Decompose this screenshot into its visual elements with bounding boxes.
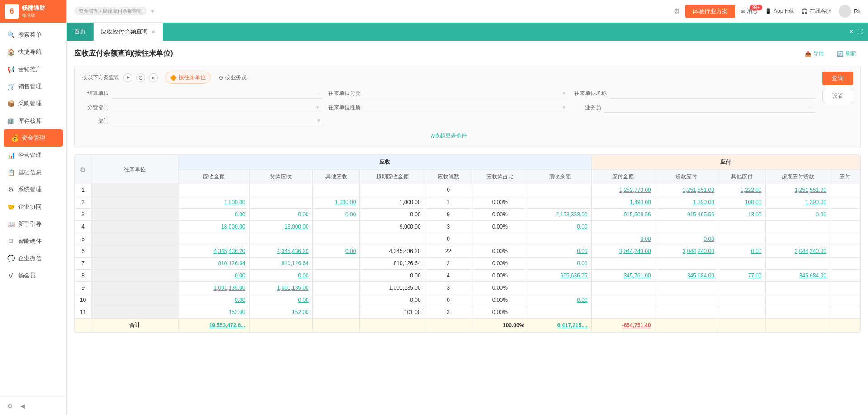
table-cell[interactable]: 0.00 xyxy=(718,245,765,258)
table-cell[interactable]: 0.00 xyxy=(312,245,360,258)
table-cell[interactable]: 18,000.00 xyxy=(249,221,312,233)
table-cell[interactable]: 152.00 xyxy=(249,306,312,319)
table-setting-icon[interactable]: ⚙ xyxy=(80,166,86,173)
total-ar-prepay[interactable]: 6,417,215.... xyxy=(528,319,591,332)
table-cell[interactable]: 345,684.00 xyxy=(655,270,718,282)
filter-settings-button[interactable]: ⊙ xyxy=(136,73,145,82)
settings-icon[interactable]: ⚙ xyxy=(7,402,13,410)
sidebar-item-guide[interactable]: 📖 新手引导 xyxy=(0,215,66,233)
table-cell[interactable]: 810,126.64 xyxy=(249,258,312,270)
app-download-button[interactable]: 📱 App下载 xyxy=(765,7,794,15)
tab-home[interactable]: 首页 xyxy=(67,23,94,41)
sidebar-item-search-menu[interactable]: 🔍 搜索菜单 xyxy=(0,26,66,43)
collapse-conditions-button[interactable]: ∧ 收起更多条件 xyxy=(82,129,815,142)
dept-select[interactable]: ▼ xyxy=(112,103,323,112)
unit-nature-select[interactable]: ▼ xyxy=(363,103,569,112)
tab-ar-ap[interactable]: 应收应付余额查询 ✕ xyxy=(94,23,163,41)
table-cell[interactable]: 915,508.56 xyxy=(591,209,655,221)
table-cell[interactable]: 4,345,436.20 xyxy=(179,245,249,258)
table-cell[interactable]: 0.00 xyxy=(249,270,312,282)
sidebar-item-purchase[interactable]: 📦 采购管理 xyxy=(0,95,66,112)
sidebar-item-funds[interactable]: 💰 资金管理 xyxy=(4,129,63,147)
table-cell[interactable]: 0.00 xyxy=(591,233,655,245)
table-cell[interactable]: 77.00 xyxy=(718,270,765,282)
table-cell[interactable]: 1,222.00 xyxy=(718,184,765,196)
table-cell[interactable]: 4,345,436.20 xyxy=(249,245,312,258)
filter-add-button[interactable]: + xyxy=(123,73,132,82)
table-cell[interactable]: 0.00 xyxy=(765,209,830,221)
settlement-input[interactable]: ··· xyxy=(112,88,323,99)
expand-icon[interactable]: ⛶ xyxy=(857,29,863,35)
table-cell xyxy=(528,196,591,209)
subdept-select[interactable]: ▼ xyxy=(112,116,324,125)
table-cell[interactable]: 1,251,551.00 xyxy=(655,184,718,196)
tab-close-icon[interactable]: ✕ xyxy=(151,29,155,34)
sidebar-item-operations[interactable]: 📊 经营管理 xyxy=(0,147,66,164)
table-cell[interactable]: 1,000.00 xyxy=(179,196,249,209)
table-cell[interactable]: 1,001,135.00 xyxy=(249,282,312,294)
table-cell[interactable]: 3,044,240.00 xyxy=(655,245,718,258)
table-cell[interactable]: 0.00 xyxy=(249,209,312,221)
export-button[interactable]: 📤 导出 xyxy=(800,48,829,59)
table-cell[interactable]: 152.00 xyxy=(179,306,249,319)
table-cell[interactable]: 0.00 xyxy=(528,294,591,306)
table-cell[interactable]: 0.00 xyxy=(179,270,249,282)
sidebar-item-hardware[interactable]: 🖥 智能硬件 xyxy=(0,233,66,250)
filter-collapse-button[interactable]: « xyxy=(149,73,158,82)
table-cell[interactable]: 0.00 xyxy=(249,294,312,306)
sidebar-item-sales[interactable]: 🛒 销售管理 xyxy=(0,78,66,95)
online-service-button[interactable]: 🎧 在线客服 xyxy=(801,7,831,15)
scheme-by-staff[interactable]: ⊙ 按业务员 xyxy=(214,72,251,83)
table-cell[interactable]: 13.00 xyxy=(718,209,765,221)
table-cell[interactable]: 1,001,135.00 xyxy=(179,282,249,294)
sidebar-item-marketing[interactable]: 📢 营销推广 xyxy=(0,61,66,78)
table-cell[interactable]: 1,000.00 xyxy=(312,196,360,209)
total-ap-amount[interactable]: -654,751.40 xyxy=(591,319,655,332)
table-cell[interactable]: 0.00 xyxy=(528,221,591,233)
messages-button[interactable]: ✉ 消息 99+ xyxy=(741,7,758,15)
salesperson-input[interactable]: ··· xyxy=(604,102,815,113)
table-cell[interactable]: 810,126.64 xyxy=(179,258,249,270)
table-cell[interactable]: 0.00 xyxy=(312,209,360,221)
sidebar-item-wechat[interactable]: 💬 企业微信 xyxy=(0,250,66,267)
unit-name-input[interactable] xyxy=(609,88,815,99)
table-cell xyxy=(472,184,528,196)
close-window-icon[interactable]: ✕ xyxy=(849,29,854,35)
gear-icon[interactable]: ⚙ xyxy=(674,7,680,15)
table-cell[interactable]: 655,636.75 xyxy=(528,270,591,282)
table-cell[interactable]: 0.00 xyxy=(655,233,718,245)
sidebar-item-inventory[interactable]: 🏢 库存核算 xyxy=(0,112,66,129)
user-menu[interactable]: Rit xyxy=(839,5,861,18)
table-cell[interactable]: 0.00 xyxy=(528,245,591,258)
sidebar-item-quick-nav[interactable]: 🏠 快捷导航 xyxy=(0,43,66,61)
sidebar-item-member[interactable]: V 畅会员 xyxy=(0,267,66,284)
table-cell[interactable]: 18,000.00 xyxy=(179,221,249,233)
table-cell[interactable]: 1,490.00 xyxy=(591,196,655,209)
table-cell[interactable]: 1,390.00 xyxy=(765,196,830,209)
table-cell[interactable]: 915,495.56 xyxy=(655,209,718,221)
collapse-icon[interactable]: ◀ xyxy=(20,402,25,410)
table-cell[interactable]: 3,044,240.00 xyxy=(591,245,655,258)
filter-field-unit-type: 往来单位分类 ▼ xyxy=(328,89,569,98)
table-cell[interactable]: 100.00 xyxy=(718,196,765,209)
sidebar-item-basic[interactable]: 📋 基础信息 xyxy=(0,164,66,181)
table-cell[interactable]: 0.00 xyxy=(179,209,249,221)
table-cell[interactable]: 2,153,333.00 xyxy=(528,209,591,221)
table-cell[interactable]: 345,684.00 xyxy=(765,270,830,282)
sidebar-item-corp[interactable]: 🤝 企业协同 xyxy=(0,198,66,215)
table-cell[interactable]: 1,252,773.00 xyxy=(591,184,655,196)
query-button[interactable]: 查询 xyxy=(822,72,853,85)
solution-button[interactable]: 体验行业方案 xyxy=(685,5,735,18)
scheme-by-unit[interactable]: 🔶 按往来单位 xyxy=(165,72,211,84)
table-cell[interactable]: 345,761.00 xyxy=(591,270,655,282)
refresh-button[interactable]: 🔄 刷新 xyxy=(832,48,861,59)
table-cell[interactable]: 1,251,551.00 xyxy=(765,184,830,196)
table-cell[interactable]: 3,044,240.00 xyxy=(765,245,830,258)
table-cell[interactable]: 0.00 xyxy=(528,258,591,270)
table-cell[interactable]: 1,390.00 xyxy=(655,196,718,209)
total-ar-amount[interactable]: 19,553,472,6... xyxy=(179,319,249,332)
unit-type-select[interactable]: ▼ xyxy=(363,89,569,98)
settings-button[interactable]: 设置 xyxy=(822,89,853,103)
sidebar-item-system[interactable]: ⚙ 系统管理 xyxy=(0,181,66,198)
table-cell[interactable]: 0.00 xyxy=(179,294,249,306)
